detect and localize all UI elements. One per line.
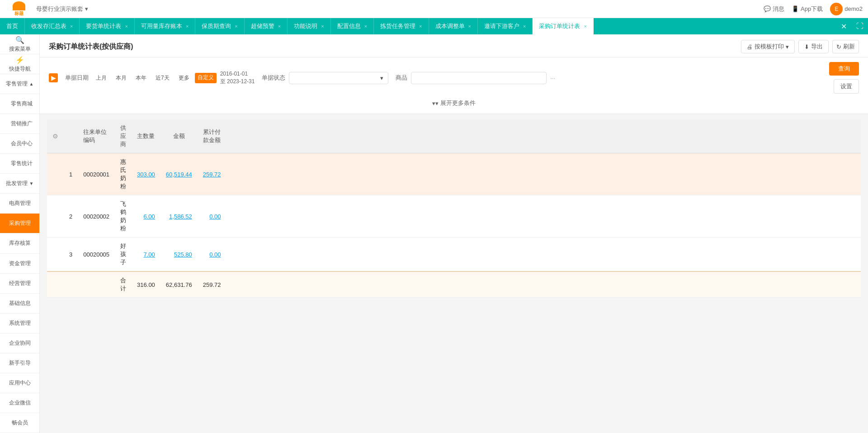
tab-func-desc[interactable]: 功能说明 × [288, 18, 330, 34]
message-button[interactable]: 💬 消息 [764, 5, 784, 13]
tab-overstock-close-icon[interactable]: × [278, 24, 281, 29]
sidebar-item-wechat[interactable]: 企业微信 [0, 393, 39, 413]
tab-stock-book-close-icon[interactable]: × [186, 24, 189, 29]
date-quick-buttons: 上月 本月 本年 近7天 更多 自定义 [92, 73, 217, 83]
sidebar-item-search[interactable]: 🔍 搜索菜单 [0, 34, 39, 54]
tab-pick-task[interactable]: 拣货任务管理 × [374, 18, 429, 34]
sidebar-item-member[interactable]: 会员中心 [0, 134, 39, 154]
tab-cost-adj[interactable]: 成本调整单 × [429, 18, 478, 34]
tab-stock-book-label: 可用量库存账本 [141, 22, 182, 30]
app-download-button[interactable]: 📱 App下载 [792, 5, 823, 13]
status-select[interactable]: ▾ [289, 72, 388, 84]
row1-supplier: 惠氏奶粉 [115, 153, 132, 195]
tab-home[interactable]: 首页 [0, 18, 25, 34]
row3-num: 3 [64, 238, 78, 272]
breadcrumb-select[interactable]: 母婴行业演示账套 ▾ [36, 5, 88, 13]
sidebar-item-newbie[interactable]: 新手引导 [0, 353, 39, 373]
status-select-arrow-icon: ▾ [380, 75, 383, 81]
sidebar-item-retail[interactable]: 零售管理 ▲ [0, 74, 39, 94]
sidebar-item-inventory[interactable]: 库存核算 [0, 233, 39, 253]
tab-order-stat-close-icon[interactable]: × [125, 24, 127, 29]
custom-date-badge: 自定义 [195, 73, 217, 83]
search-icon: 🔍 [15, 36, 24, 44]
nav-close-button[interactable]: ✕ [835, 18, 852, 34]
sidebar-item-basic[interactable]: 基础信息 [0, 294, 39, 314]
tab-overstock[interactable]: 超储预警 × [245, 18, 288, 34]
sidebar-item-marketing[interactable]: 营销推广 [0, 114, 39, 134]
filter-settings-button[interactable]: 设置 [834, 79, 859, 94]
row1-extra [226, 153, 861, 195]
refresh-button[interactable]: ↻ 刷新 [832, 40, 859, 53]
sidebar-item-vip[interactable]: 畅会员 [0, 413, 39, 433]
sidebar-item-purchase[interactable]: 采购管理 [0, 214, 39, 233]
top-bar-right: 💬 消息 📱 App下载 E demo2 [764, 3, 863, 15]
export-button[interactable]: ⬇ 导出 [798, 40, 829, 53]
row1-num: 1 [64, 153, 78, 195]
table-row[interactable]: 2 00020002 飞鹤奶粉 6.00 1,586.52 0.00 [47, 195, 861, 238]
tab-cost-adj-close-icon[interactable]: × [468, 24, 471, 29]
tab-config[interactable]: 配置信息 × [331, 18, 374, 34]
row3-extra [226, 238, 861, 272]
tab-stock-book[interactable]: 可用量库存账本 × [135, 18, 195, 34]
date-btn-this-month[interactable]: 本月 [112, 73, 130, 83]
table-row[interactable]: 1 00020001 惠氏奶粉 303.00 60,519.44 259.72 [47, 153, 861, 195]
query-button[interactable]: 查询 [829, 62, 859, 76]
tab-func-desc-label: 功能说明 [294, 22, 317, 30]
tab-pick-task-close-icon[interactable]: × [419, 24, 422, 29]
date-btn-more[interactable]: 更多 [175, 73, 193, 83]
sidebar-item-retail-stat[interactable]: 零售统计 [0, 154, 39, 174]
row3-supplier: 好孩子 [115, 238, 132, 272]
tab-order-stat[interactable]: 要货单统计表 × [80, 18, 134, 34]
row3-code: 00020005 [78, 238, 115, 272]
sidebar-item-operation[interactable]: 经营管理 [0, 274, 39, 294]
tab-overstock-label: 超储预警 [251, 22, 274, 30]
sidebar-item-system[interactable]: 系统管理 [0, 314, 39, 333]
tab-order-stat-label: 要货单统计表 [86, 22, 121, 30]
row2-amount: 1,586.52 [160, 195, 198, 238]
tab-expire[interactable]: 保质期查询 × [195, 18, 244, 34]
expand-more-button[interactable]: ▾▾ 展开更多条件 [427, 97, 481, 109]
sidebar-item-collab[interactable]: 企业协同 [0, 333, 39, 353]
tab-purchase-stat-close-icon[interactable]: × [584, 24, 586, 29]
goods-input[interactable] [411, 72, 547, 84]
tab-invite[interactable]: 邀请下游客户 × [478, 18, 533, 34]
goods-more-icon[interactable]: ··· [550, 75, 555, 81]
app-icon: 📱 [792, 5, 799, 12]
tab-receive-label: 收发存汇总表 [31, 22, 66, 30]
wechat-label: 企业微信 [9, 399, 31, 407]
sidebar-item-shortcut[interactable]: ⚡ 快捷导航 [0, 54, 39, 74]
filter-toggle-button[interactable]: ▶ [49, 73, 58, 82]
nav-fullscreen-button[interactable]: ⛶ [852, 18, 868, 34]
sidebar-item-ecommerce[interactable]: 电商管理 [0, 194, 39, 214]
date-btn-last-month[interactable]: 上月 [92, 73, 110, 83]
row1-settings [47, 153, 64, 195]
filter-area: ▶ 单据日期 上月 本月 本年 近7天 更多 自定义 2016-01-01 至 … [40, 57, 868, 114]
sidebar-item-wholesale[interactable]: 批发管理 ▼ [0, 174, 39, 194]
date-btn-7days[interactable]: 近7天 [152, 73, 173, 83]
tab-receive[interactable]: 收发存汇总表 × [25, 18, 80, 34]
expand-icon: ▾▾ [432, 100, 439, 107]
tab-home-label: 首页 [6, 22, 18, 30]
goods-filter-group: 商品 ··· [396, 72, 555, 84]
wholesale-label: 批发管理 [6, 180, 28, 187]
table-settings-icon[interactable]: ⚙ [52, 133, 58, 140]
sidebar-item-apps[interactable]: 应用中心 [0, 373, 39, 393]
col-extra [226, 119, 861, 153]
tab-purchase-stat-label: 采购订单统计表 [539, 22, 580, 30]
tab-config-close-icon[interactable]: × [364, 24, 367, 29]
table-area: ⚙ 往来单位编码 供应商 主数量 金额 累计付款金额 1 [40, 114, 868, 433]
date-btn-this-year[interactable]: 本年 [132, 73, 150, 83]
tab-invite-close-icon[interactable]: × [523, 24, 526, 29]
sidebar-item-finance[interactable]: 资金管理 [0, 254, 39, 274]
tab-func-desc-close-icon[interactable]: × [321, 24, 324, 29]
user-avatar-button[interactable]: E demo2 [830, 3, 863, 15]
tab-expire-close-icon[interactable]: × [235, 24, 237, 29]
print-button[interactable]: 🖨 按模板打印 ▾ [741, 40, 795, 53]
table-row[interactable]: 3 00020005 好孩子 7.00 525.80 0.00 [47, 238, 861, 272]
row2-qty: 6.00 [132, 195, 160, 238]
date-filter-group: 单据日期 上月 本月 本年 近7天 更多 自定义 2016-01-01 至 20… [65, 71, 255, 86]
collab-label: 企业协同 [9, 339, 31, 347]
tab-purchase-stat[interactable]: 采购订单统计表 × [533, 18, 593, 34]
tab-receive-close-icon[interactable]: × [70, 24, 73, 29]
sidebar-item-retail-shop[interactable]: 零售商城 [0, 94, 39, 114]
